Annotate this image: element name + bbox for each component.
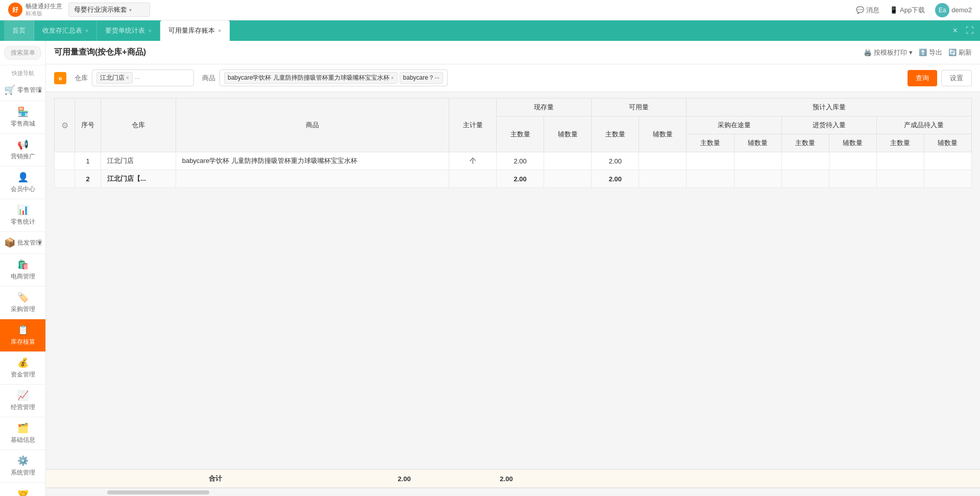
user-action[interactable]: Ea demo2 bbox=[935, 3, 972, 17]
wholesale-mgmt-icon: 📦 bbox=[4, 237, 15, 248]
sidebar-search[interactable]: 搜索菜单 bbox=[0, 41, 45, 65]
row2-production-pending-aux bbox=[924, 170, 971, 188]
th-seq: 序号 bbox=[75, 99, 101, 152]
tab-available-stock-close[interactable]: × bbox=[218, 28, 221, 34]
template-print-icon: 🖨️ bbox=[864, 49, 872, 56]
th-current-stock: 现存量 bbox=[497, 99, 592, 116]
sidebar-item-operations-mgmt[interactable]: 📈 经营管理 bbox=[0, 385, 45, 417]
product-tag-1-close[interactable]: × bbox=[391, 75, 394, 81]
username-label: demo2 bbox=[951, 6, 972, 14]
row2-production-pending-main bbox=[876, 170, 924, 188]
product-tag-short: babycare？··· bbox=[400, 72, 443, 84]
logo-icon: 好 bbox=[8, 3, 22, 17]
sidebar-item-marketing[interactable]: 📢 营销推广 bbox=[0, 134, 45, 167]
row2-current-stock-aux bbox=[544, 170, 592, 188]
row2-seq: 2 bbox=[75, 170, 101, 188]
sidebar-item-retail-mall[interactable]: 🏪 零售商城 bbox=[0, 101, 45, 134]
refresh-icon: 🔄 bbox=[948, 49, 957, 56]
member-center-icon: 👤 bbox=[17, 172, 29, 183]
sidebar-item-retail-mgmt[interactable]: 🛒 零售管理 ▲ bbox=[0, 79, 45, 101]
warehouse-label: 仓库 bbox=[75, 74, 88, 83]
row2-purchase-transit-main bbox=[687, 170, 734, 188]
sidebar-item-retail-stats[interactable]: 📊 零售统计 bbox=[0, 199, 45, 232]
template-print-button[interactable]: 🖨️ 按模板打印 ▾ bbox=[864, 48, 913, 57]
th-current-stock-main: 主数量 bbox=[497, 116, 544, 152]
sidebar-item-ecommerce-mgmt[interactable]: 🛍️ 电商管理 bbox=[0, 254, 45, 287]
row2-available-aux bbox=[639, 170, 687, 188]
export-button[interactable]: ⬆️ 导出 bbox=[919, 48, 942, 57]
main-layout: 搜索菜单 快捷导航 🛒 零售管理 ▲ 🏪 零售商城 📢 营销推广 👤 会员中心 … bbox=[0, 41, 980, 496]
table-row: 2 江北门店【... 2.00 2.00 bbox=[55, 170, 972, 188]
row2-main-unit bbox=[449, 170, 497, 188]
scroll-bar-area bbox=[46, 488, 980, 496]
sidebar-item-purchase-mgmt-label: 采购管理 bbox=[11, 305, 35, 314]
retail-mgmt-icon: 🛒 bbox=[4, 84, 15, 96]
th-product: 商品 bbox=[176, 99, 449, 152]
row1-current-stock-aux bbox=[544, 152, 592, 170]
tab-receipt-summary[interactable]: 收发存汇总表 × bbox=[34, 20, 97, 41]
th-purchase-arriving-main: 主数量 bbox=[781, 134, 829, 152]
product-tag-short-text: babycare？··· bbox=[403, 74, 439, 82]
row1-purchase-arriving-aux bbox=[829, 152, 876, 170]
row1-purchase-transit-main bbox=[687, 152, 734, 170]
top-bar-right: 💬 消息 📱 App下载 Ea demo2 bbox=[856, 3, 972, 17]
th-expected-inbound: 预计入库量 bbox=[687, 99, 972, 116]
row2-available-main: 2.00 bbox=[592, 170, 639, 188]
tab-order-stats-close[interactable]: × bbox=[148, 28, 151, 34]
tab-available-stock[interactable]: 可用量库存账本 × bbox=[160, 20, 230, 41]
th-available-main: 主数量 bbox=[592, 116, 639, 152]
message-action[interactable]: 💬 消息 bbox=[856, 6, 879, 15]
tab-order-stats[interactable]: 要货单统计表 × bbox=[97, 20, 160, 41]
row2-purchase-transit-aux bbox=[734, 170, 781, 188]
sidebar-item-inventory-check[interactable]: 📋 库存核算 bbox=[0, 319, 45, 352]
settings-button[interactable]: 设置 bbox=[941, 70, 972, 86]
chevron-up-icon: ▲ bbox=[37, 87, 42, 93]
template-print-label: 按模板打印 bbox=[874, 48, 907, 57]
tab-home[interactable]: 首页 bbox=[4, 20, 34, 41]
sidebar-nav-label[interactable]: 快捷导航 bbox=[0, 65, 45, 79]
sidebar-item-operations-mgmt-label: 经营管理 bbox=[11, 403, 35, 412]
sidebar-item-system-mgmt[interactable]: ⚙️ 系统管理 bbox=[0, 450, 45, 483]
table-settings-icon[interactable]: ⚙ bbox=[61, 121, 68, 130]
th-purchase-arriving: 进货待入量 bbox=[781, 116, 876, 134]
row2-warehouse: 江北门店【... bbox=[101, 170, 176, 188]
refresh-button[interactable]: 🔄 刷新 bbox=[948, 48, 972, 57]
query-button[interactable]: 查询 bbox=[908, 70, 937, 86]
sidebar-item-member-center[interactable]: 👤 会员中心 bbox=[0, 167, 45, 199]
sidebar-item-purchase-mgmt[interactable]: 🏷️ 采购管理 bbox=[0, 287, 45, 319]
filter-actions: 查询 设置 bbox=[908, 70, 972, 86]
search-input[interactable]: 搜索菜单 bbox=[4, 46, 41, 60]
message-icon: 💬 bbox=[856, 6, 864, 14]
tenant-selector[interactable]: 母婴行业演示账套 ▾ bbox=[68, 3, 150, 17]
warehouse-filter-input[interactable]: 江北门店 × ··· bbox=[92, 69, 194, 86]
row1-warehouse: 江北门店 bbox=[101, 152, 176, 170]
tab-receipt-summary-close[interactable]: × bbox=[85, 28, 88, 34]
row2-purchase-arriving-main bbox=[781, 170, 829, 188]
system-mgmt-icon: ⚙️ bbox=[17, 455, 29, 466]
tab-home-label: 首页 bbox=[12, 26, 26, 35]
sidebar-item-enterprise-collab[interactable]: 🤝 企业协同 bbox=[0, 483, 45, 496]
maximize-button[interactable]: ⛶ bbox=[964, 24, 976, 37]
product-tag-1: babycare学饮杯 儿童防摔防撞吸管杯重力球吸嘴杯宝宝水杯 × bbox=[224, 72, 398, 84]
warehouse-tag-close[interactable]: × bbox=[126, 75, 129, 81]
version-badge: 标准版 bbox=[26, 10, 62, 17]
footer-label: 合计 bbox=[52, 474, 379, 483]
refresh-label: 刷新 bbox=[959, 48, 972, 57]
product-filter-input[interactable]: babycare学饮杯 儿童防摔防撞吸管杯重力球吸嘴杯宝宝水杯 × babyca… bbox=[219, 69, 448, 86]
th-production-pending-main: 主数量 bbox=[876, 134, 924, 152]
th-purchase-transit-main: 主数量 bbox=[687, 134, 734, 152]
retail-mall-icon: 🏪 bbox=[17, 106, 29, 117]
horizontal-scrollbar[interactable] bbox=[107, 490, 209, 494]
sidebar-item-member-center-label: 会员中心 bbox=[11, 185, 35, 194]
sidebar-item-inventory-check-label: 库存核算 bbox=[11, 338, 35, 346]
page-content: 可用量查询(按仓库+商品) 🖨️ 按模板打印 ▾ ⬆️ 导出 🔄 刷新 » bbox=[46, 41, 980, 496]
warehouse-more-icon[interactable]: ··· bbox=[135, 75, 140, 82]
sidebar-item-finance-mgmt[interactable]: 💰 资金管理 bbox=[0, 352, 45, 385]
sidebar-item-retail-stats-label: 零售统计 bbox=[11, 218, 35, 226]
sidebar-item-wholesale-mgmt[interactable]: 📦 批发管理 ▼ bbox=[0, 232, 45, 254]
sidebar-item-basic-info[interactable]: 🗂️ 基础信息 bbox=[0, 417, 45, 450]
expand-button[interactable]: » bbox=[54, 72, 66, 84]
app-download-action[interactable]: 📱 App下载 bbox=[890, 6, 925, 15]
row2-current-stock-main: 2.00 bbox=[497, 170, 544, 188]
close-all-button[interactable]: × bbox=[951, 24, 960, 37]
